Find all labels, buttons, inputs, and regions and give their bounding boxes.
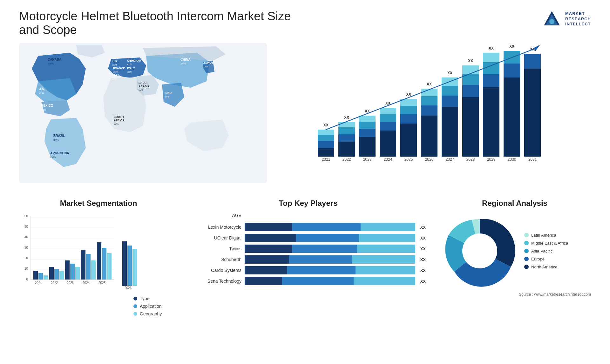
svg-rect-80 (462, 65, 479, 74)
player-name-lexin: Lexin Motorcycle (191, 225, 241, 230)
legend-na: North America (524, 265, 568, 269)
svg-rect-48 (359, 129, 376, 137)
regional-section: Regional Analysis (438, 199, 591, 320)
svg-rect-72 (442, 96, 458, 107)
key-players-title: Top Key Players (184, 199, 432, 208)
svg-rect-73 (442, 86, 458, 96)
svg-text:XX: XX (406, 92, 411, 97)
svg-rect-54 (380, 122, 396, 131)
player-xx-twiins: XX (420, 246, 426, 251)
player-xx-schuberth: XX (420, 257, 426, 262)
svg-text:XX: XX (509, 44, 514, 49)
svg-rect-138 (132, 249, 137, 286)
svg-rect-89 (504, 78, 520, 157)
svg-rect-136 (122, 241, 127, 286)
svg-rect-38 (318, 130, 334, 135)
legend-label-geography: Geography (140, 311, 162, 316)
legend-dot-application (133, 304, 137, 308)
svg-rect-129 (86, 254, 91, 280)
legend-label-type: Type (140, 296, 149, 301)
label-na: North America (531, 265, 557, 269)
svg-text:50: 50 (24, 225, 28, 228)
bar-seg1 (245, 234, 296, 242)
top-section: CANADA xx% U.S. xx% MEXICO xx% BRAZIL xx… (19, 43, 591, 189)
svg-text:AFRICA: AFRICA (114, 119, 125, 122)
bar-seg2 (292, 245, 357, 253)
svg-text:xx%: xx% (127, 71, 132, 73)
svg-text:xx%: xx% (203, 65, 208, 68)
label-mea: Middle East & Africa (531, 241, 568, 246)
svg-text:xx%: xx% (114, 123, 119, 125)
player-xx-cardo: XX (420, 268, 426, 273)
svg-text:2024: 2024 (384, 157, 392, 162)
bar-seg3 (354, 277, 415, 285)
segmentation-title: Market Segmentation (19, 199, 178, 208)
dot-mea (524, 241, 529, 245)
svg-rect-59 (400, 124, 417, 157)
bar-seg2 (282, 277, 354, 285)
legend-type: Type (133, 296, 162, 301)
svg-text:xx%: xx% (127, 63, 132, 66)
bar-seg1 (245, 245, 292, 253)
svg-text:XX: XX (344, 115, 349, 120)
key-players-section: Top Key Players AGV Lexin Motorcycle XX (184, 199, 432, 320)
svg-rect-130 (91, 260, 96, 280)
svg-text:xx%: xx% (113, 71, 118, 73)
dot-na (524, 265, 529, 269)
svg-rect-133 (102, 248, 106, 280)
svg-text:MEXICO: MEXICO (41, 104, 53, 107)
svg-text:xx%: xx% (53, 138, 59, 141)
svg-rect-94 (524, 69, 541, 157)
svg-text:xx%: xx% (112, 64, 117, 66)
bar-seg2 (292, 223, 361, 231)
svg-text:60: 60 (24, 214, 28, 218)
legend-mea: Middle East & Africa (524, 241, 568, 246)
bottom-section: Market Segmentation 60 50 40 30 20 10 0 (19, 199, 591, 320)
svg-text:SPAIN: SPAIN (112, 74, 120, 77)
player-xx-sena: XX (420, 279, 426, 284)
player-bar-uclear (245, 234, 415, 242)
legend-europe: Europe (524, 257, 568, 261)
player-name-uclear: UClear Digital (191, 235, 241, 240)
legend-label-application: Application (140, 304, 162, 309)
svg-text:2023: 2023 (363, 157, 372, 162)
donut-chart (442, 213, 518, 289)
svg-rect-134 (107, 253, 112, 280)
svg-rect-122 (59, 271, 64, 280)
bar-seg3 (361, 223, 415, 231)
bar-seg2 (287, 266, 356, 274)
svg-text:XX: XX (489, 46, 494, 51)
player-xx-uclear: XX (420, 236, 426, 240)
svg-rect-71 (442, 107, 458, 157)
bar-seg3 (356, 266, 415, 274)
svg-rect-83 (483, 87, 499, 157)
regional-title: Regional Analysis (438, 199, 591, 208)
svg-text:SAUDI: SAUDI (139, 81, 147, 84)
svg-text:2025: 2025 (98, 281, 106, 285)
svg-text:xx%: xx% (139, 89, 143, 91)
svg-rect-37 (318, 135, 334, 141)
svg-rect-128 (81, 250, 85, 280)
svg-text:xx%: xx% (39, 91, 44, 95)
svg-rect-77 (462, 97, 479, 157)
svg-text:2024: 2024 (83, 281, 90, 285)
svg-text:30: 30 (24, 246, 28, 249)
legend-application: Application (133, 304, 162, 309)
svg-rect-47 (359, 137, 376, 157)
page-container: Motorcycle Helmet Bluetooth Intercom Mar… (0, 0, 610, 364)
seg-legend: Type Application Geography (133, 296, 162, 316)
bar-seg3 (352, 255, 415, 264)
regional-container: Latin America Middle East & Africa Asia … (438, 213, 591, 289)
svg-rect-56 (380, 108, 396, 114)
svg-text:20: 20 (24, 256, 28, 260)
svg-rect-124 (65, 260, 70, 280)
svg-text:2027: 2027 (446, 157, 454, 162)
svg-text:xx%: xx% (165, 95, 169, 98)
svg-text:2026: 2026 (125, 286, 132, 289)
segmentation-section: Market Segmentation 60 50 40 30 20 10 0 (19, 199, 178, 320)
svg-rect-121 (54, 269, 59, 280)
svg-rect-60 (400, 114, 417, 124)
svg-text:JAPAN: JAPAN (203, 61, 213, 64)
svg-text:2031: 2031 (528, 157, 537, 162)
svg-point-2 (549, 19, 554, 24)
